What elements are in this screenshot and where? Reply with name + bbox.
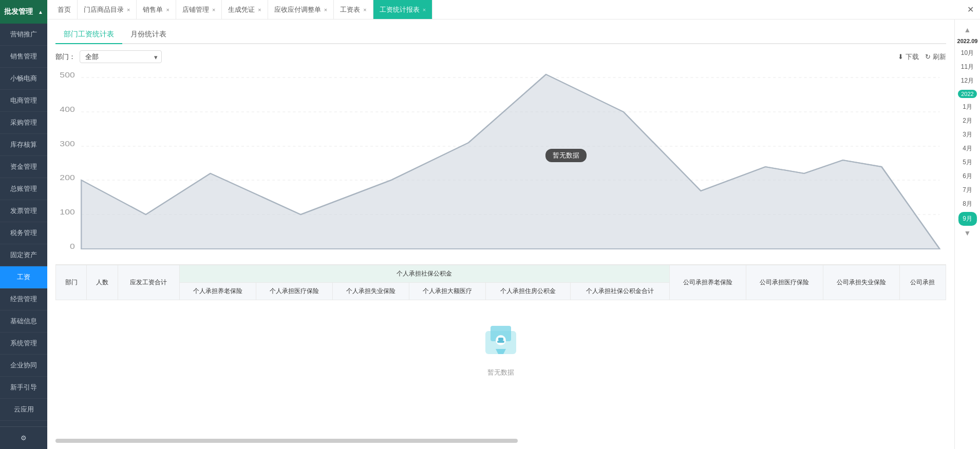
tab-ysyftd[interactable]: 应收应付调整单× xyxy=(268,0,334,19)
tab-home[interactable]: 首页 xyxy=(51,0,78,19)
sidebar-header[interactable]: 批发管理 ▲ xyxy=(0,0,47,24)
dept-select-wrapper: 全部 xyxy=(80,50,162,63)
timeline-year-current: 2022 xyxy=(958,90,976,98)
sidebar-settings[interactable]: ⚙ xyxy=(0,426,47,449)
timeline-month-jan[interactable]: 1月 xyxy=(955,100,980,114)
tab-dpgl[interactable]: 店铺管理× xyxy=(176,0,222,19)
timeline-month-feb[interactable]: 2月 xyxy=(955,114,980,128)
sidebar-item-kche[interactable]: 库存核算 xyxy=(0,134,47,156)
download-label: 下载 xyxy=(906,52,919,62)
th-company-unemployment: 公司承担失业保险 xyxy=(823,265,899,300)
tab-month-stats[interactable]: 月份统计表 xyxy=(122,26,175,44)
svg-text:0: 0 xyxy=(70,243,75,250)
refresh-label: 刷新 xyxy=(933,52,946,62)
svg-text:500: 500 xyxy=(60,71,74,79)
tab-xsd[interactable]: 销售单× xyxy=(137,0,176,19)
timeline-month-jul[interactable]: 7月 xyxy=(955,183,980,197)
sidebar: 批发管理 ▲ 营销推广销售管理小畅电商电商管理采购管理库存核算资金管理总账管理发… xyxy=(0,0,47,449)
timeline-month-apr[interactable]: 4月 xyxy=(955,142,980,155)
tab-close-ysyftd[interactable]: × xyxy=(324,7,327,13)
timeline-down-nav[interactable]: ▼ xyxy=(964,227,971,239)
dept-label: 部门： xyxy=(55,52,76,62)
th-personal-insurance-group: 个人承担社保公积金 xyxy=(179,265,670,283)
download-button[interactable]: ⬇ 下载 xyxy=(898,52,919,62)
sidebar-item-jygl[interactable]: 经营管理 xyxy=(0,288,47,310)
timeline-up-nav[interactable]: ▲ xyxy=(964,24,971,36)
tab-close-xsd[interactable]: × xyxy=(166,7,169,13)
sidebar-item-xsyd[interactable]: 新手引导 xyxy=(0,377,47,399)
sidebar-title: 批发管理 xyxy=(4,7,33,16)
tab-close-scpz[interactable]: × xyxy=(258,7,261,13)
svg-rect-16 xyxy=(497,341,504,343)
table-container: 部门 人数 应发工资合计 个人承担社保公积金 公司承担养老保险 公司承担医疗保险… xyxy=(55,264,946,443)
tabs-bar: 首页门店商品目录×销售单×店铺管理×生成凭证×应收应付调整单×工资表×工资统计报… xyxy=(47,0,980,19)
download-icon: ⬇ xyxy=(898,53,903,61)
main-area: 首页门店商品目录×销售单×店铺管理×生成凭证×应收应付调整单×工资表×工资统计报… xyxy=(47,0,980,449)
refresh-button[interactable]: ↻ 刷新 xyxy=(925,52,946,62)
svg-rect-15 xyxy=(498,338,503,341)
sidebar-item-xsgl[interactable]: 销售管理 xyxy=(0,46,47,68)
th-dept: 部门 xyxy=(56,265,87,300)
svg-text:200: 200 xyxy=(60,174,74,182)
sidebar-item-xtgl[interactable]: 系统管理 xyxy=(0,333,47,355)
th-personal-large-medical: 个人承担大额医疗 xyxy=(409,283,486,300)
tab-dept-stats[interactable]: 部门工资统计表 xyxy=(55,26,122,44)
svg-text:100: 100 xyxy=(60,208,74,216)
tab-gzb[interactable]: 工资表× xyxy=(334,0,373,19)
tabs-bar-right: ✕ xyxy=(965,3,976,16)
timeline-month-dec[interactable]: 12月 xyxy=(955,74,980,88)
timeline-month-aug[interactable]: 8月 xyxy=(955,197,980,211)
th-personal-insurance-total: 个人承担社保公积金合计 xyxy=(570,283,670,300)
sidebar-item-zzgl[interactable]: 总账管理 xyxy=(0,178,47,200)
tab-close-dpgl[interactable]: × xyxy=(212,7,215,13)
toolbar-left: 部门： 全部 xyxy=(55,50,162,63)
empty-text: 暂无数据 xyxy=(487,368,514,377)
sidebar-item-cggl[interactable]: 采购管理 xyxy=(0,112,47,134)
th-personal-medical: 个人承担医疗保险 xyxy=(256,283,332,300)
tabs-container: 首页门店商品目录×销售单×店铺管理×生成凭证×应收应付调整单×工资表×工资统计报… xyxy=(51,0,432,19)
tab-close-spdml[interactable]: × xyxy=(127,7,130,13)
refresh-icon: ↻ xyxy=(925,53,931,61)
sidebar-item-yyy[interactable]: 云应用 xyxy=(0,399,47,421)
tab-gztjbb[interactable]: 工资统计报表× xyxy=(373,0,432,19)
tab-spdml[interactable]: 门店商品目录× xyxy=(78,0,137,19)
timeline-month-mar[interactable]: 3月 xyxy=(955,128,980,142)
table-scroll[interactable]: 部门 人数 应发工资合计 个人承担社保公积金 公司承担养老保险 公司承担医疗保险… xyxy=(55,265,946,439)
page-body: 部门工资统计表 月份统计表 部门： 全部 ⬇ 下载 xyxy=(47,19,980,449)
timeline-month-sep[interactable]: 9月 xyxy=(958,212,977,226)
close-all-icon[interactable]: ✕ xyxy=(965,3,976,16)
sidebar-item-zjgl[interactable]: 资金管理 xyxy=(0,156,47,178)
sidebar-item-gdzy[interactable]: 固定资产 xyxy=(0,244,47,266)
sidebar-collapse-icon: ▲ xyxy=(38,9,43,15)
timeline-month-jun[interactable]: 6月 xyxy=(955,169,980,183)
sidebar-item-yxtt[interactable]: 营销推广 xyxy=(0,24,47,46)
chart-area: 0 100 200 300 400 500 xyxy=(55,69,946,264)
timeline-sidebar: ▲ 2022.09 10月 11月 12月 2022 1月 2月 3月 4月 5… xyxy=(954,19,980,449)
tab-close-gzb[interactable]: × xyxy=(363,7,366,13)
table-header-row1: 部门 人数 应发工资合计 个人承担社保公积金 公司承担养老保险 公司承担医疗保险… xyxy=(56,265,946,283)
sidebar-item-gz[interactable]: 工资 xyxy=(0,266,47,288)
timeline-month-nov[interactable]: 11月 xyxy=(955,60,980,74)
content-area: 部门工资统计表 月份统计表 部门： 全部 ⬇ 下载 xyxy=(47,19,954,449)
th-personal-pension: 个人承担养老保险 xyxy=(179,283,256,300)
sidebar-item-qyxt[interactable]: 企业协同 xyxy=(0,355,47,377)
th-company-other: 公司承担 xyxy=(899,265,946,300)
timeline-month-oct[interactable]: 10月 xyxy=(955,46,980,60)
scrollbar-area[interactable] xyxy=(55,439,946,443)
empty-icon xyxy=(480,321,521,362)
sidebar-item-jcxx[interactable]: 基础信息 xyxy=(0,310,47,333)
timeline-year-2022: 2022.09 xyxy=(957,36,978,46)
sidebar-items: 营销推广销售管理小畅电商电商管理采购管理库存核算资金管理总账管理发票管理税务管理… xyxy=(0,24,47,421)
tab-scpz[interactable]: 生成凭证× xyxy=(222,0,268,19)
th-total-wage: 应发工资合计 xyxy=(118,265,179,300)
stats-table: 部门 人数 应发工资合计 个人承担社保公积金 公司承担养老保险 公司承担医疗保险… xyxy=(55,265,946,300)
sidebar-item-xbds[interactable]: 小畅电商 xyxy=(0,68,47,90)
timeline-month-may[interactable]: 5月 xyxy=(955,155,980,169)
toolbar: 部门： 全部 ⬇ 下载 ↻ 刷新 xyxy=(55,50,946,63)
sidebar-item-swgl[interactable]: 税务管理 xyxy=(0,222,47,244)
th-personal-housing-fund: 个人承担住房公积金 xyxy=(486,283,570,300)
tab-close-gztjbb[interactable]: × xyxy=(423,7,426,13)
dept-select[interactable]: 全部 xyxy=(80,50,162,63)
sidebar-item-dsgl[interactable]: 电商管理 xyxy=(0,90,47,112)
sidebar-item-fpgl[interactable]: 发票管理 xyxy=(0,200,47,222)
